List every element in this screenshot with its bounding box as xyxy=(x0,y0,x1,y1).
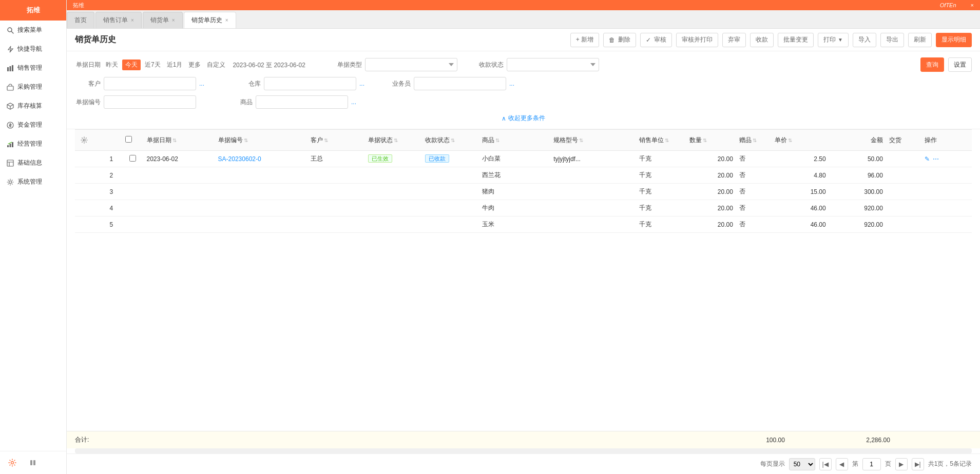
td-doc-status xyxy=(365,184,422,200)
th-doc-status[interactable]: 单据状态 ⇅ xyxy=(365,130,422,151)
abandon-btn[interactable]: 弃审 xyxy=(722,33,746,47)
tab-sales-goods[interactable]: 销货单 × xyxy=(143,12,183,28)
search-icon xyxy=(6,26,14,34)
td-checkbox[interactable] xyxy=(122,167,144,184)
th-spec[interactable]: 规格型号 ⇅ xyxy=(550,130,636,151)
td-checkbox[interactable] xyxy=(122,184,144,200)
th-unit[interactable]: 销售单位 ⇅ xyxy=(636,130,686,151)
th-goods[interactable]: 商品 ⇅ xyxy=(479,130,550,151)
show-detail-btn[interactable]: 显示明细 xyxy=(936,33,972,47)
row-checkbox[interactable] xyxy=(129,155,136,162)
sidebar-item-sales-mgmt[interactable]: 销售管理 xyxy=(0,58,66,77)
goods-ellipsis-btn[interactable]: ... xyxy=(351,98,356,106)
warehouse-filter: 仓库 ... xyxy=(235,77,364,90)
sidebar-item-inventory[interactable]: 库存核算 xyxy=(0,96,66,115)
prev-page-btn[interactable]: ◀ xyxy=(836,458,848,470)
staff-ellipsis-btn[interactable]: ... xyxy=(509,80,514,87)
sidebar-item-basic-info[interactable]: 基础信息 xyxy=(0,153,66,172)
audit-btn[interactable]: ✓ 审核 xyxy=(640,33,672,47)
data-table: 单据日期 ⇅ 单据编号 ⇅ 客户 xyxy=(75,129,972,233)
doc-num-input[interactable] xyxy=(104,95,196,109)
footer-total-qty: 100.00 xyxy=(766,437,785,444)
th-doc-num[interactable]: 单据编号 ⇅ xyxy=(215,130,308,151)
shortcut-yesterday[interactable]: 昨天 xyxy=(104,60,120,70)
table-settings-btn[interactable] xyxy=(78,134,90,146)
sidebar-item-finance[interactable]: 资金管理 xyxy=(0,115,66,134)
refresh-btn[interactable]: 刷新 xyxy=(908,33,932,47)
td-checkbox[interactable] xyxy=(122,200,144,216)
tab-close-sales-order[interactable]: × xyxy=(131,17,134,23)
doc-type-select[interactable] xyxy=(365,58,457,71)
pause-bottom-btn[interactable] xyxy=(27,457,39,469)
new-btn[interactable]: + 新增 xyxy=(570,33,599,47)
td-spec xyxy=(550,184,636,200)
next-page-btn[interactable]: ▶ xyxy=(895,458,908,470)
th-checkbox[interactable] xyxy=(122,130,144,151)
search-btn[interactable]: 查询 xyxy=(920,57,944,72)
batch-change-btn[interactable]: 批量变更 xyxy=(778,33,814,47)
th-client[interactable]: 客户 ⇅ xyxy=(308,130,364,151)
collect-btn[interactable]: 收款 xyxy=(750,33,774,47)
td-checkbox[interactable] xyxy=(122,151,144,167)
tab-sales-order[interactable]: 销售订单 × xyxy=(95,12,142,28)
td-pay-status xyxy=(422,184,479,200)
export-btn[interactable]: 导出 xyxy=(880,33,904,47)
page-input[interactable] xyxy=(862,458,881,470)
dollar-icon xyxy=(6,121,14,129)
td-doc-status: 已生效 xyxy=(365,151,422,167)
horizontal-scrollbar[interactable] xyxy=(75,448,972,453)
staff-input[interactable] xyxy=(414,77,506,90)
table-row: 2 西兰花 千克 20.00 否 4.80 96.00 xyxy=(75,167,972,184)
th-pay-status[interactable]: 收款状态 ⇅ xyxy=(422,130,479,151)
tab-home[interactable]: 首页 xyxy=(67,12,94,28)
import-btn[interactable]: 导入 xyxy=(853,33,876,47)
tab-close-sales-goods[interactable]: × xyxy=(172,17,175,23)
first-page-btn[interactable]: |◀ xyxy=(819,458,832,470)
sidebar-item-search-menu[interactable]: 搜索菜单 xyxy=(0,21,66,40)
collapse-btn[interactable]: ∧ 收起更多条件 xyxy=(75,114,972,123)
settings-btn[interactable]: 设置 xyxy=(948,57,972,72)
th-price[interactable]: 单价 ⇅ xyxy=(772,130,829,151)
tab-sales-history[interactable]: 销货单历史 × xyxy=(184,12,236,28)
select-all-checkbox[interactable] xyxy=(125,136,132,143)
delete-btn[interactable]: 🗑 删除 xyxy=(603,33,636,47)
print-btn[interactable]: 打印 ▼ xyxy=(818,33,849,47)
td-checkbox[interactable] xyxy=(122,216,144,233)
tab-close-sales-history[interactable]: × xyxy=(225,17,228,23)
shortcut-last1m[interactable]: 近1月 xyxy=(165,60,185,70)
shortcut-more[interactable]: 更多 xyxy=(186,60,203,70)
sidebar-item-operations[interactable]: 经营管理 xyxy=(0,134,66,153)
sidebar-item-purchase-mgmt[interactable]: 采购管理 xyxy=(0,77,66,96)
doc-num-link[interactable]: SA-20230602-0 xyxy=(218,155,261,163)
client-input[interactable] xyxy=(104,77,196,90)
warehouse-input[interactable] xyxy=(264,77,356,90)
audit-print-btn[interactable]: 审核并打印 xyxy=(676,33,718,47)
last-page-btn[interactable]: ▶| xyxy=(912,458,924,470)
sidebar-item-system[interactable]: 系统管理 xyxy=(0,172,66,191)
settings-bottom-btn[interactable] xyxy=(6,457,18,469)
th-date[interactable]: 单据日期 ⇅ xyxy=(144,130,215,151)
td-price: 46.00 xyxy=(772,200,829,216)
goods-input[interactable] xyxy=(256,95,348,109)
table-header-row: 单据日期 ⇅ 单据编号 ⇅ 客户 xyxy=(75,130,972,151)
th-gift[interactable]: 赠品 ⇅ xyxy=(736,130,772,151)
td-unit: 千克 xyxy=(636,151,686,167)
shortcut-today[interactable]: 今天 xyxy=(122,60,141,70)
sidebar-item-quick-nav[interactable]: 快捷导航 xyxy=(0,40,66,58)
edit-btn[interactable]: ✎ xyxy=(925,155,930,163)
warehouse-ellipsis-btn[interactable]: ... xyxy=(359,80,364,87)
shortcut-custom[interactable]: 自定义 xyxy=(205,60,227,70)
td-qty: 20.00 xyxy=(686,151,736,167)
sort-spec-icon: ⇅ xyxy=(579,137,583,143)
sort-docstatus-icon: ⇅ xyxy=(394,137,398,143)
th-qty[interactable]: 数量 ⇅ xyxy=(686,130,736,151)
staff-filter: 业务员 ... xyxy=(385,77,514,90)
per-page-select[interactable]: 50 100 200 xyxy=(789,458,815,470)
more-btn[interactable]: ⋯ xyxy=(933,155,939,163)
pay-status-select[interactable] xyxy=(507,58,599,71)
shortcut-last7[interactable]: 近7天 xyxy=(143,60,163,70)
td-amount: 50.00 xyxy=(829,151,886,167)
client-ellipsis-btn[interactable]: ... xyxy=(199,80,204,87)
window-close-btn[interactable]: × xyxy=(971,2,974,8)
svg-rect-7 xyxy=(7,145,9,147)
